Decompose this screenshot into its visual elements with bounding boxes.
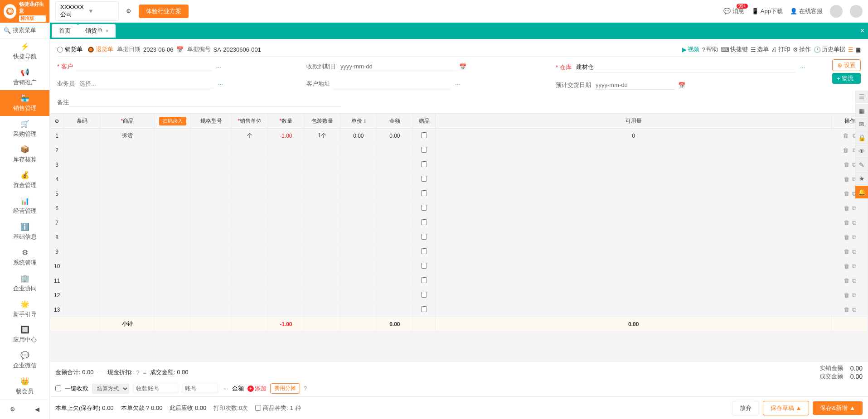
row1-product[interactable]: 拆货 <box>100 129 155 143</box>
sidebar-item-purchase[interactable]: 🛒 采购管理 <box>0 116 49 142</box>
row8-delete-icon[interactable]: 🗑 <box>844 234 849 241</box>
company-select[interactable]: XXXXXX公司 ▼ <box>55 1 119 21</box>
sidebar-item-operation[interactable]: 📊 经营管理 <box>0 193 49 219</box>
row9-delete-icon[interactable]: 🗑 <box>844 248 849 255</box>
save-draft-button[interactable]: 保存草稿 ▲ <box>763 401 810 415</box>
customer-addr-dots[interactable]: ··· <box>455 81 460 87</box>
row11-delete-icon[interactable]: 🗑 <box>844 277 849 284</box>
row13-delete-icon[interactable]: 🗑 <box>844 306 849 313</box>
sidebar-item-newbie[interactable]: 🌟 新手引导 <box>0 296 49 322</box>
row2-qty[interactable] <box>268 143 304 158</box>
float-btn-1[interactable]: ☰ <box>855 91 868 103</box>
radio-sale[interactable]: 销货单 <box>57 45 82 53</box>
row13-copy-icon[interactable]: ⧉ <box>852 306 856 313</box>
salesperson-dots[interactable]: ··· <box>218 81 223 87</box>
row10-copy-icon[interactable]: ⧉ <box>852 263 856 270</box>
operate-btn[interactable]: ⚙ 操作 <box>793 45 811 53</box>
row2-gift[interactable] <box>413 143 436 158</box>
flow-button[interactable]: + 物流 <box>832 73 861 84</box>
sidebar-item-appstore[interactable]: 🔲 应用中心 <box>0 322 49 347</box>
scan-btn[interactable]: 扫码录入 <box>159 117 186 125</box>
row4-delete-icon[interactable]: 🗑 <box>844 176 849 183</box>
row1-delete-icon[interactable]: 🗑 <box>843 132 849 139</box>
row1-qty[interactable]: -1.00 <box>268 129 304 143</box>
notes-input[interactable] <box>69 98 341 107</box>
float-btn-2[interactable]: ▦ <box>855 104 868 117</box>
float-btn-8[interactable]: 🔔 <box>855 186 868 198</box>
col-settings[interactable]: ⚙ <box>50 114 64 129</box>
due-date-calendar-icon[interactable]: 📅 <box>459 63 466 70</box>
expected-date-input[interactable] <box>594 81 675 90</box>
radio-return-input[interactable] <box>88 47 94 53</box>
sidebar-settings[interactable]: ⚙ <box>8 402 17 416</box>
row1-gift-checkbox[interactable] <box>421 132 427 138</box>
row2-product[interactable] <box>100 143 155 158</box>
tab-home[interactable]: 首页 <box>52 24 78 38</box>
settings-button[interactable]: ⚙ 设置 <box>832 59 861 71</box>
save-new-button[interactable]: 保存&新增 ▲ <box>813 401 863 415</box>
sidebar-item-enterprise[interactable]: 🏢 企业协同 <box>0 270 49 296</box>
row12-copy-icon[interactable]: ⧉ <box>852 292 856 299</box>
date-calendar-icon[interactable]: 📅 <box>176 46 184 53</box>
row2-spec[interactable] <box>191 143 232 158</box>
col-scan[interactable]: 扫码录入 <box>155 114 191 129</box>
doc-debt-help-icon[interactable]: ? <box>146 405 149 411</box>
sidebar-item-wechat[interactable]: 💬 企业微信 <box>0 347 49 373</box>
tab-close-icon[interactable]: × <box>106 28 108 34</box>
float-btn-4[interactable]: 🔒 <box>855 131 868 144</box>
row1-gift[interactable] <box>413 129 436 143</box>
row2-gift-checkbox[interactable] <box>421 147 427 153</box>
calc-method-select[interactable]: 结算方式 <box>92 384 129 394</box>
row2-unit[interactable] <box>232 143 268 158</box>
app-download-button[interactable]: 📱 App下载 <box>752 7 783 15</box>
grid-view-btn[interactable]: ▦ <box>855 46 861 53</box>
docno-value[interactable]: SA-20230606-001 <box>213 46 262 53</box>
float-btn-6[interactable]: ✎ <box>855 159 868 171</box>
sidebar-item-member[interactable]: 👑 畅会员 <box>0 373 49 399</box>
float-btn-7[interactable]: ★ <box>855 172 868 185</box>
search-menu[interactable]: 🔍 搜索菜单 <box>0 23 49 39</box>
sidebar-collapse[interactable]: ◀ <box>33 402 41 416</box>
row1-unit[interactable]: 个 <box>232 129 268 143</box>
row8-copy-icon[interactable]: ⧉ <box>852 234 856 241</box>
date-value[interactable]: 2023-06-06 <box>143 46 174 53</box>
row6-copy-icon[interactable]: ⧉ <box>852 205 856 212</box>
row1-pkg-qty[interactable]: 1个 <box>304 129 340 143</box>
fee-help-icon[interactable]: ? <box>304 385 307 392</box>
video-btn[interactable]: ▶ 视频 <box>682 45 699 53</box>
row11-copy-icon[interactable]: ⧉ <box>852 277 856 284</box>
shortcut-btn[interactable]: ⌨ 快捷键 <box>721 45 748 53</box>
row2-pkg-qty[interactable] <box>304 143 340 158</box>
product-type-checkbox[interactable] <box>255 405 261 411</box>
row9-copy-icon[interactable]: ⧉ <box>852 248 856 255</box>
account-input[interactable] <box>133 384 178 393</box>
trial-button[interactable]: 体验行业方案 <box>139 5 189 18</box>
sidebar-item-system[interactable]: ⚙ 系统管理 <box>0 245 49 270</box>
customer-addr-input[interactable] <box>333 79 451 88</box>
sidebar-item-finance[interactable]: 💰 资金管理 <box>0 167 49 193</box>
due-date-input[interactable] <box>339 62 456 71</box>
list-view-btn[interactable]: ☰ <box>848 46 853 53</box>
row2-delete-icon[interactable]: 🗑 <box>843 147 849 154</box>
history-btn[interactable]: 🕐 历史单据 <box>814 45 845 53</box>
user-avatar2[interactable] <box>850 5 863 18</box>
tab-sale-order[interactable]: 销货单 × <box>78 24 116 38</box>
row12-delete-icon[interactable]: 🗑 <box>844 292 849 299</box>
sidebar-item-marketing[interactable]: 📢 营销推广 <box>0 64 49 90</box>
discard-button[interactable]: 放弃 <box>732 401 759 415</box>
select-order-btn[interactable]: ☰ 选单 <box>751 45 769 53</box>
add-payment-button[interactable]: + 添加 <box>247 385 267 393</box>
user-avatar[interactable] <box>830 5 843 18</box>
online-support-button[interactable]: 👤 在线客服 <box>790 7 823 15</box>
account-no-input[interactable] <box>182 384 218 393</box>
row6-delete-icon[interactable]: 🗑 <box>844 205 849 212</box>
salesperson-input[interactable] <box>78 79 213 88</box>
account-dots[interactable]: ··· <box>223 385 228 392</box>
help-btn[interactable]: ? 帮助 <box>702 45 718 53</box>
sidebar-item-quick-nav[interactable]: ⚡ 快捷导航 <box>0 39 49 64</box>
row2-price[interactable] <box>340 143 377 158</box>
row10-delete-icon[interactable]: 🗑 <box>844 263 849 270</box>
fee-split-button[interactable]: 费用分摊 <box>270 383 300 394</box>
warehouse-value[interactable]: 建材仓 <box>574 62 795 72</box>
radio-return[interactable]: 退货单 <box>88 45 113 53</box>
